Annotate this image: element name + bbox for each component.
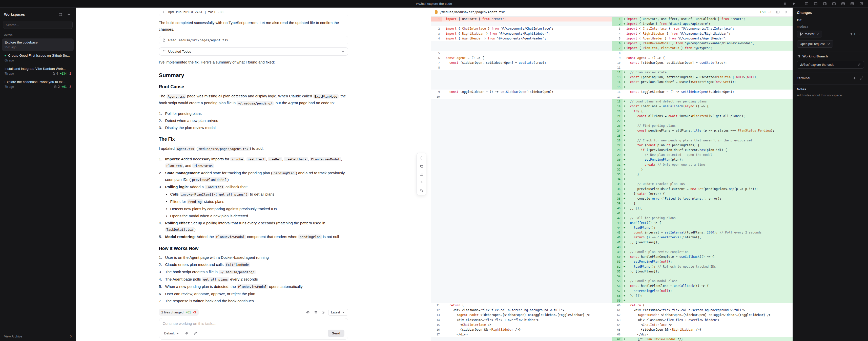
columns-button[interactable] [831, 1, 837, 7]
inline-code: useCallback [284, 157, 308, 161]
diff-line-new: 22+ [612, 119, 793, 123]
pause-button[interactable] [782, 1, 787, 7]
diff-row: 14 <div className="flex flex-1 overflow-… [431, 318, 793, 322]
divider [793, 72, 868, 73]
line-number: 63 [612, 318, 623, 322]
line-number [431, 187, 442, 191]
compare-button[interactable] [417, 186, 425, 194]
code-line: // Poll for pending plans [626, 216, 676, 221]
titlebar: vk/3ccf-explore-the-code [0, 0, 868, 8]
line-number [431, 143, 442, 148]
diff-row: 44+ loadPlans(); [431, 225, 793, 230]
diff-line-new: 52+ loadPlans(); // Refresh to update tr… [612, 265, 793, 269]
line-number [431, 75, 442, 80]
play-button[interactable] [417, 178, 425, 186]
paperclip-button[interactable] [184, 330, 190, 337]
workspace-item[interactable]: Explore the codebase 35m ago [2, 38, 74, 51]
panel-bottom-button[interactable] [813, 1, 818, 7]
branch-menu-button[interactable] [857, 31, 864, 37]
expand-button[interactable] [859, 75, 864, 81]
unfold-button[interactable] [782, 9, 789, 16]
play-button[interactable] [791, 1, 797, 7]
layout-icon [859, 2, 863, 6]
line-number [431, 337, 442, 341]
diff-row: 47+ }, [loadPlans]); [431, 240, 793, 245]
tool-call[interactable]: Readmedusa/src/pages/Agent.tsx [159, 36, 348, 44]
notes-placeholder[interactable]: Add notes about this workspace... [797, 94, 864, 97]
line-number: 36 [612, 187, 623, 191]
send-button[interactable]: Send [328, 330, 344, 337]
diff-line-old [431, 114, 612, 119]
workspace-title: Install and integrate Vibe Kanban Web... [5, 67, 66, 70]
plus-button[interactable] [852, 75, 857, 81]
panel-left-button[interactable] [57, 11, 64, 18]
diff-line-new: 54+ [612, 274, 793, 279]
rows-button[interactable] [840, 1, 846, 7]
diff-line-old: 16 {sidebarOpen && <RightSidebar />} [431, 327, 612, 332]
diff-line-new: 35+ // Update tracked plan IDs [612, 182, 793, 186]
line-number: 59 [612, 298, 623, 303]
grid-button[interactable] [849, 1, 855, 7]
code-line: // Find pending plans [626, 123, 676, 128]
list-button[interactable] [312, 309, 319, 316]
diff-line-new: 64 <ChatInterface /> [612, 322, 793, 327]
workspace-item[interactable]: Create Good First Issues on Github So...… [2, 52, 74, 64]
columns-button[interactable] [774, 9, 781, 16]
changes-panel-title: Changes [797, 11, 812, 15]
composer[interactable]: Continue working on this task.... Defaul… [159, 318, 348, 340]
working-branch-input[interactable]: vk/3ccf-explore-the-code [797, 61, 864, 68]
history-button[interactable] [320, 309, 326, 316]
line-number: 17 [431, 332, 442, 337]
diff-row: 52+ loadPlans(); // Refresh to update tr… [431, 265, 793, 269]
diff-line-old [431, 133, 612, 138]
files-changed-chip[interactable]: 2 files changed +61 -3 [159, 309, 199, 316]
line-number [431, 182, 442, 186]
code-line: import { invoke } from "@tauri-apps/api/… [626, 22, 710, 26]
unfold-button[interactable] [417, 154, 425, 162]
diff-line-new: 39+ } [612, 201, 793, 206]
branch-selector[interactable]: master [797, 31, 822, 37]
mode-dropdown[interactable]: Default [163, 330, 181, 336]
terminal-section: Terminal [793, 73, 868, 84]
panel-right-button[interactable] [822, 1, 828, 7]
diff-line-new: 61 <div className="flex flex-col h-scree… [612, 308, 793, 313]
diff-line-old: 4import { AgentHeader } from "@/componen… [431, 36, 612, 41]
layout-button[interactable] [858, 1, 864, 7]
workspace-item[interactable]: Install and integrate Vibe Kanban Web...… [2, 65, 74, 78]
search-input[interactable]: Search... [3, 21, 73, 29]
app-window: vk/3ccf-explore-the-code Workspaces Sear… [0, 0, 868, 341]
version-dropdown[interactable]: Latest [328, 309, 348, 316]
code-line: // Update tracked plan IDs [626, 182, 685, 186]
line-number [431, 196, 442, 201]
code-line: } [626, 172, 639, 177]
copy-button[interactable] [417, 162, 425, 170]
line-number: 16 [431, 327, 442, 332]
diff-line-new: 21+ const allPlans = await invoke<PlanIt… [612, 114, 793, 119]
panel-left-button[interactable] [804, 1, 809, 7]
code-line: import { RightSidebar } from "@/componen… [446, 31, 550, 36]
open-pr-button[interactable]: Open pull request [797, 40, 833, 48]
window-title: vk/3ccf-explore-the-code [416, 2, 452, 6]
plus-button[interactable] [66, 11, 72, 18]
pen-button[interactable] [192, 330, 199, 337]
inline-code: PlanReviewModal [215, 235, 246, 239]
chat-scroll-area[interactable]: npm run build 2>&1 | tail -80The build c… [76, 8, 431, 341]
tool-call[interactable]: npm run build 2>&1 | tail -80 [159, 8, 348, 16]
panel-button[interactable] [417, 170, 425, 178]
code-line: <AgentHeader sidebarOpen={sidebarOpen} o… [446, 313, 590, 317]
code-line: <ChatInterface /> [446, 322, 491, 327]
line-number: 30 [612, 157, 623, 162]
tool-call[interactable]: Updated Todos [159, 47, 348, 56]
view-archive-link[interactable]: View Archive [4, 335, 22, 338]
composer-placeholder[interactable]: Continue working on this task.... [163, 321, 344, 326]
workspace-item[interactable]: Explore the codebase I want you to ex...… [2, 78, 74, 91]
code-line: } catch (error) { [626, 191, 665, 196]
line-number [431, 225, 442, 230]
diff-row: 43+ useEffect(() => { [431, 221, 793, 225]
diff-line-old [431, 201, 612, 206]
eye-button[interactable] [304, 309, 311, 316]
diff-row: 3import { RightSidebar } from "@/compone… [431, 31, 793, 36]
diff-line-old [431, 162, 612, 167]
inline-code: medusa/src/pages/Agent.tsx [198, 147, 250, 151]
changes-panel-header: Changes [793, 8, 868, 16]
